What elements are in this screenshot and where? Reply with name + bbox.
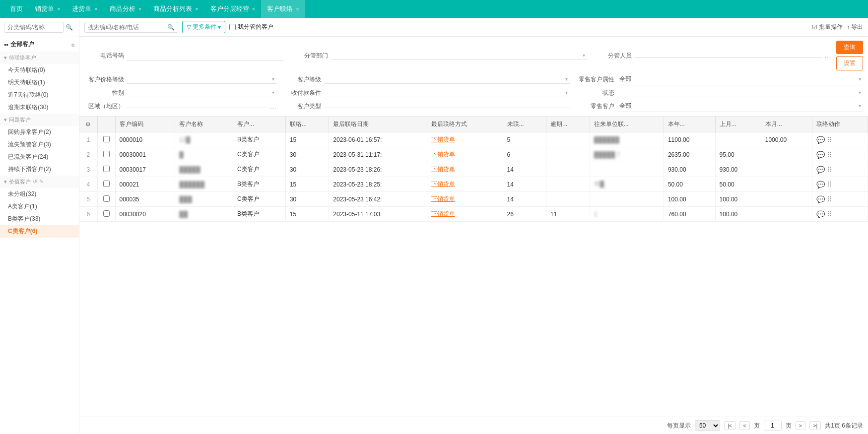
- nav-sales-order[interactable]: 销货单 ×: [29, 0, 66, 18]
- toolbar-right: ☑ 批量操作 ↑ 导出: [812, 23, 863, 31]
- more-actions-icon[interactable]: ⠿: [827, 181, 832, 188]
- row-checkbox[interactable]: [103, 136, 110, 142]
- customer-type-select[interactable]: [324, 105, 570, 108]
- row-checkbox[interactable]: [103, 151, 110, 157]
- more-actions-icon[interactable]: ⠿: [827, 151, 832, 159]
- sidebar-item-class-a[interactable]: A类客户(1): [0, 200, 79, 213]
- more-filter-button[interactable]: ▽ 更多条件 ▾: [182, 21, 225, 33]
- sidebar-item-declining[interactable]: 持续下滑客户(2): [0, 163, 79, 176]
- nav-home[interactable]: 首页: [4, 0, 29, 18]
- more-actions-icon[interactable]: ⠿: [827, 136, 832, 144]
- sidebar-group-pending[interactable]: ▾ 待联络客户: [0, 52, 79, 64]
- phone-input[interactable]: [127, 51, 283, 61]
- prev-page-button[interactable]: <: [739, 421, 749, 430]
- sidebar-item-class-b[interactable]: B类客户(33): [0, 213, 79, 225]
- sidebar-search-input[interactable]: [4, 22, 64, 33]
- search-input[interactable]: [88, 24, 167, 31]
- close-product-analysis-list-icon[interactable]: ×: [195, 6, 198, 12]
- table-area: ⚙ 客户编码 客户名称 客户... 联络... 最后联络日期 最后联络方式 未联…: [79, 117, 868, 417]
- row-checkbox-cell[interactable]: [97, 192, 115, 207]
- message-icon[interactable]: 💬: [816, 181, 825, 188]
- sidebar-item-tomorrow[interactable]: 明天待联络(1): [0, 76, 79, 89]
- page-number-input[interactable]: [764, 421, 782, 431]
- batch-op-button[interactable]: ☑ 批量操作: [812, 23, 843, 31]
- last-contact-way-link[interactable]: 下销货单: [431, 210, 455, 217]
- value-level-select[interactable]: ▾: [127, 75, 276, 84]
- sidebar-group-problem[interactable]: ▾ 问题客户: [0, 114, 79, 126]
- last-page-button[interactable]: >|: [809, 421, 821, 430]
- row-checkbox[interactable]: [103, 166, 110, 172]
- sidebar-item-overdue[interactable]: 逾期未联络(30): [0, 101, 79, 114]
- customer-level-select[interactable]: ▾: [324, 75, 570, 84]
- region-dots-icon[interactable]: …: [269, 102, 276, 110]
- nav-customer-contact[interactable]: 客户联络 ×: [261, 0, 305, 18]
- total-label: 共1页 6条记录: [825, 422, 863, 430]
- more-actions-icon[interactable]: ⠿: [827, 166, 832, 174]
- close-customer-tier-icon[interactable]: ×: [252, 6, 255, 12]
- col-gear[interactable]: ⚙: [79, 117, 97, 132]
- more-actions-icon[interactable]: ⠿: [827, 195, 832, 203]
- sidebar-item-7days[interactable]: 近7天待联络(0): [0, 89, 79, 101]
- status-select[interactable]: ▾: [617, 88, 863, 97]
- message-icon[interactable]: 💬: [816, 210, 825, 218]
- message-icon[interactable]: 💬: [816, 151, 825, 159]
- row-checkbox-cell[interactable]: [97, 162, 115, 177]
- payment-select[interactable]: ▾: [324, 88, 570, 97]
- sidebar-item-unclassified[interactable]: 未分组(32): [0, 188, 79, 200]
- cell-this_year: 760.00: [664, 207, 715, 222]
- nav-product-analysis-list[interactable]: 商品分析列表 ×: [147, 0, 204, 18]
- last-contact-way-link[interactable]: 下销货单: [431, 195, 455, 202]
- last-contact-way-link[interactable]: 下销货单: [431, 136, 455, 143]
- row-checkbox[interactable]: [103, 181, 110, 187]
- sidebar-item-repurchase-anomaly[interactable]: 回购异常客户(2): [0, 126, 79, 138]
- close-product-analysis-icon[interactable]: ×: [138, 6, 141, 12]
- manager-select[interactable]: [635, 54, 822, 58]
- export-button[interactable]: ↑ 导出: [847, 23, 863, 31]
- nav-customer-tier[interactable]: 客户分层经营 ×: [204, 0, 261, 18]
- row-checkbox-cell[interactable]: [97, 147, 115, 162]
- nav-product-analysis[interactable]: 商品分析 ×: [104, 0, 147, 18]
- sidebar-item-churn-warning[interactable]: 流失预警客户(3): [0, 138, 79, 151]
- nav-purchase-order[interactable]: 进货单 ×: [66, 0, 103, 18]
- my-customers-checkbox-label[interactable]: 我分管的客户: [229, 23, 273, 31]
- row-checkbox-cell[interactable]: [97, 177, 115, 192]
- last-contact-way-link[interactable]: 下销货单: [431, 151, 455, 158]
- gear-icon[interactable]: ⚙: [85, 121, 91, 128]
- more-actions-icon[interactable]: ⠿: [827, 210, 832, 218]
- first-page-button[interactable]: |<: [724, 421, 735, 430]
- row-checkbox[interactable]: [103, 210, 110, 217]
- search-submit-icon[interactable]: 🔍: [167, 24, 175, 31]
- cell-last_contact_way: 下销货单: [427, 177, 503, 192]
- per-page-label: 每页显示: [667, 422, 691, 430]
- gender-select[interactable]: ▾: [127, 88, 276, 97]
- row-checkbox-cell[interactable]: [97, 207, 115, 222]
- my-customers-checkbox[interactable]: [229, 24, 236, 30]
- last-contact-way-link[interactable]: 下销货单: [431, 166, 455, 173]
- row-checkbox[interactable]: [103, 195, 110, 202]
- set-button[interactable]: 设置: [836, 56, 863, 70]
- sidebar-search-icon[interactable]: 🔍: [66, 24, 73, 31]
- retail-customer-select[interactable]: 全部▾: [617, 100, 863, 112]
- manager-dots-icon[interactable]: …: [824, 52, 831, 60]
- message-icon[interactable]: 💬: [816, 195, 825, 203]
- action-cell: 💬⠿: [812, 177, 868, 192]
- retail-attr-select[interactable]: 全部▾: [617, 73, 863, 85]
- close-purchase-order-icon[interactable]: ×: [94, 6, 97, 12]
- per-page-select[interactable]: 50 100 200: [695, 420, 720, 431]
- last-contact-way-link[interactable]: 下销货单: [431, 181, 455, 187]
- message-icon[interactable]: 💬: [816, 166, 825, 174]
- close-sales-order-icon[interactable]: ×: [57, 6, 60, 12]
- close-customer-contact-icon[interactable]: ×: [296, 6, 299, 12]
- dept-select[interactable]: ▾: [331, 51, 587, 60]
- sidebar-all-customers[interactable]: ▪▪ 全部客户 «: [0, 37, 79, 52]
- message-icon[interactable]: 💬: [816, 136, 825, 144]
- query-button[interactable]: 查询: [836, 41, 863, 54]
- next-page-button[interactable]: >: [796, 421, 805, 430]
- sidebar-item-today[interactable]: 今天待联络(0): [0, 64, 79, 76]
- row-checkbox-cell[interactable]: [97, 132, 115, 147]
- sidebar-item-churned[interactable]: 已流失客户(24): [0, 151, 79, 163]
- region-select[interactable]: [127, 105, 267, 108]
- sidebar-item-class-c[interactable]: C类客户(6): [0, 225, 79, 238]
- sidebar-group-value[interactable]: ▾ 价值客户 ↺ ✎: [0, 176, 79, 188]
- sidebar-collapse-icon[interactable]: «: [71, 41, 75, 49]
